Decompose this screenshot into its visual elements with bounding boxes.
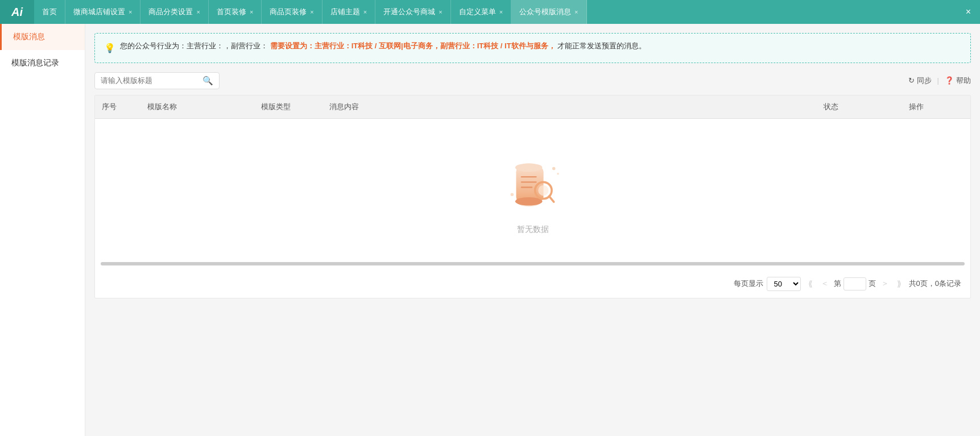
tab-bar: 首页 微商城店铺设置 × 商品分类设置 × 首页装修 × 商品页装修 × 店铺主… <box>0 0 980 24</box>
sidebar-item-template-msg-log-label: 模版消息记录 <box>11 58 59 67</box>
page-label-post: 页 <box>869 279 876 289</box>
tab-store-theme-label: 店铺主题 <box>330 7 360 17</box>
tab-shop-settings-label: 微商城店铺设置 <box>73 7 125 17</box>
tab-home-decor-close[interactable]: × <box>250 9 253 15</box>
tab-category-label: 商品分类设置 <box>148 7 193 17</box>
svg-point-12 <box>557 172 559 175</box>
col-type: 模版类型 <box>254 95 322 118</box>
page-number-input[interactable]: 1 <box>843 277 866 290</box>
sidebar-item-template-msg-label: 模版消息 <box>13 32 45 41</box>
svg-point-11 <box>552 167 555 170</box>
tab-store-theme-close[interactable]: × <box>363 9 367 15</box>
sidebar-item-template-msg-log[interactable]: 模版消息记录 <box>0 50 85 76</box>
pagination: 每页显示 10 20 50 100 ⟪ ＜ 第 1 页 <box>95 270 970 298</box>
empty-illustration <box>502 153 564 215</box>
prev-page-button[interactable]: ＜ <box>818 277 832 290</box>
tab-open-shop[interactable]: 开通公众号商城 × <box>375 0 450 24</box>
global-close-button[interactable]: × <box>957 0 980 24</box>
page-nav: ⟪ ＜ 第 1 页 ＞ ⟫ <box>805 277 904 290</box>
tab-custom-menu[interactable]: 自定义菜单 × <box>451 0 511 24</box>
tab-home[interactable]: 首页 <box>34 0 65 24</box>
toolbar-right: ↻ 同步 | ❓ 帮助 <box>908 76 971 86</box>
tab-shop-settings[interactable]: 微商城店铺设置 × <box>65 0 140 24</box>
svg-point-9 <box>538 185 548 195</box>
tab-shop-settings-close[interactable]: × <box>129 9 132 15</box>
col-name: 模版名称 <box>140 95 254 118</box>
ai-badge: Ai <box>0 0 34 24</box>
page-size-selector: 每页显示 10 20 50 100 <box>734 277 801 291</box>
tab-home-decor[interactable]: 首页装修 × <box>209 0 262 24</box>
help-icon: ❓ <box>945 76 954 85</box>
sidebar: 模版消息 模版消息记录 <box>0 24 85 436</box>
col-index: 序号 <box>95 95 140 118</box>
tab-template-msg-label: 公众号模版消息 <box>519 7 571 17</box>
tab-custom-menu-close[interactable]: × <box>499 9 503 15</box>
empty-state: 暂无数据 <box>95 119 970 258</box>
svg-point-3 <box>515 163 542 172</box>
tab-open-shop-label: 开通公众号商城 <box>383 7 435 17</box>
svg-line-10 <box>549 196 553 202</box>
tab-category-close[interactable]: × <box>196 9 200 15</box>
tab-template-msg-close[interactable]: × <box>574 9 578 15</box>
tab-open-shop-close[interactable]: × <box>439 9 442 15</box>
sidebar-item-template-msg[interactable]: 模版消息 <box>0 24 85 50</box>
first-page-button[interactable]: ⟪ <box>805 278 816 289</box>
tab-home-label: 首页 <box>42 7 57 17</box>
tab-store-theme[interactable]: 店铺主题 × <box>322 0 375 24</box>
col-content: 消息内容 <box>322 95 817 118</box>
data-table: 序号 模版名称 模版类型 消息内容 状态 操作 <box>94 95 971 298</box>
total-records: 共0页，0条记录 <box>909 279 961 289</box>
empty-text: 暂无数据 <box>517 225 549 235</box>
page-label-pre: 第 <box>834 279 841 289</box>
tab-template-msg[interactable]: 公众号模版消息 × <box>511 0 586 24</box>
search-icon[interactable]: 🔍 <box>202 76 213 86</box>
svg-rect-2 <box>516 167 543 201</box>
tab-product-decor-label: 商品页装修 <box>270 7 307 17</box>
next-page-button[interactable]: ＞ <box>878 277 892 290</box>
bulb-icon: 💡 <box>104 41 115 56</box>
search-input[interactable] <box>101 76 202 85</box>
notice-banner: 💡 您的公众号行业为：主营行业：，副营行业： 需要设置为：主营行业：IT科技 /… <box>94 33 971 63</box>
tab-home-decor-label: 首页装修 <box>217 7 246 17</box>
help-label: 帮助 <box>956 76 971 86</box>
page-input-group: 第 1 页 <box>834 277 876 290</box>
help-button[interactable]: ❓ 帮助 <box>945 76 971 86</box>
tab-product-decor[interactable]: 商品页装修 × <box>262 0 322 24</box>
notice-text: 您的公众号行业为：主营行业：，副营行业： 需要设置为：主营行业：IT科技 / 互… <box>120 40 646 52</box>
sync-icon: ↻ <box>908 76 915 85</box>
svg-point-4 <box>515 197 542 206</box>
tab-custom-menu-label: 自定义菜单 <box>459 7 496 17</box>
tab-category[interactable]: 商品分类设置 × <box>140 0 208 24</box>
horizontal-scrollbar[interactable] <box>101 262 965 265</box>
search-box: 🔍 <box>94 72 220 89</box>
col-action: 操作 <box>902 95 970 118</box>
tab-product-decor-close[interactable]: × <box>310 9 313 15</box>
main-content: 💡 您的公众号行业为：主营行业：，副营行业： 需要设置为：主营行业：IT科技 /… <box>85 24 980 436</box>
table-header: 序号 模版名称 模版类型 消息内容 状态 操作 <box>95 95 970 119</box>
toolbar-divider: | <box>937 76 939 85</box>
per-page-select[interactable]: 10 20 50 100 <box>767 277 801 291</box>
toolbar: 🔍 ↻ 同步 | ❓ 帮助 <box>94 72 971 89</box>
svg-point-13 <box>510 193 514 196</box>
sync-label: 同步 <box>917 76 932 86</box>
notice-highlight: 需要设置为：主营行业：IT科技 / 互联网|电子商务，副营行业：IT科技 / I… <box>270 41 556 50</box>
sync-button[interactable]: ↻ 同步 <box>908 76 932 86</box>
per-page-label: 每页显示 <box>734 279 763 289</box>
last-page-button[interactable]: ⟫ <box>894 278 904 289</box>
col-status: 状态 <box>817 95 902 118</box>
layout: 模版消息 模版消息记录 💡 您的公众号行业为：主营行业：，副营行业： 需要设置为… <box>0 24 980 436</box>
